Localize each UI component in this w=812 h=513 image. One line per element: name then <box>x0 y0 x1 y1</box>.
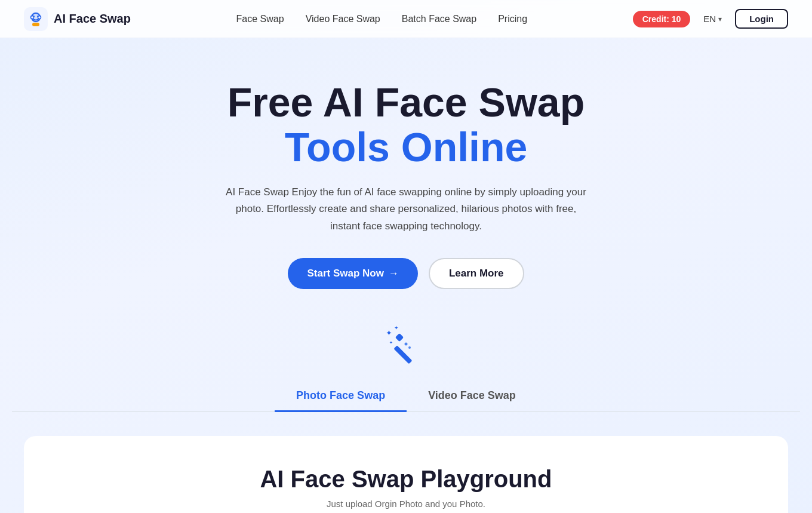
playground-title: AI Face Swap Playground <box>48 466 764 493</box>
svg-point-6 <box>31 16 34 19</box>
hero-title-line2: Tools Online <box>12 125 800 170</box>
nav-links: Face Swap Video Face Swap Batch Face Swa… <box>236 14 527 24</box>
navbar: AI Face Swap Face Swap Video Face Swap B… <box>0 0 812 38</box>
hero-section: Free AI Face Swap Tools Online AI Face S… <box>0 38 812 436</box>
tab-video-face-swap[interactable]: Video Face Swap <box>407 382 537 412</box>
svg-point-13 <box>405 343 408 346</box>
hero-title-line1: Free AI Face Swap <box>12 80 800 125</box>
tab-photo-face-swap[interactable]: Photo Face Swap <box>275 382 407 412</box>
playground-subtitle: Just upload Orgin Photo and you Photo. <box>48 499 764 509</box>
chevron-down-icon: ▾ <box>718 15 722 23</box>
svg-rect-5 <box>32 23 39 26</box>
svg-text:✦: ✦ <box>394 325 399 331</box>
tabs-area: Photo Face Swap Video Face Swap <box>12 382 800 412</box>
learn-more-label: Learn More <box>449 268 504 279</box>
nav-item-batch-face-swap[interactable]: Batch Face Swap <box>402 14 476 24</box>
magic-wand-icon: ✦ ✦ ✦ <box>385 322 427 365</box>
nav-item-video-face-swap[interactable]: Video Face Swap <box>306 14 380 24</box>
nav-item-pricing[interactable]: Pricing <box>498 14 527 24</box>
svg-text:✦: ✦ <box>389 340 393 345</box>
lang-label: EN <box>703 14 716 24</box>
hero-title: Free AI Face Swap Tools Online <box>12 80 800 170</box>
nav-item-face-swap[interactable]: Face Swap <box>236 14 284 24</box>
login-button[interactable]: Login <box>735 9 788 29</box>
playground-section: AI Face Swap Playground Just upload Orgi… <box>24 436 788 513</box>
arrow-right-icon: → <box>389 268 399 279</box>
credit-badge[interactable]: Credit: 10 <box>633 11 691 27</box>
logo-icon <box>24 7 48 31</box>
start-swap-button[interactable]: Start Swap Now → <box>288 258 417 289</box>
hero-subtitle: AI Face Swap Enjoy the fun of AI face sw… <box>221 184 591 236</box>
start-swap-label: Start Swap Now <box>307 268 383 279</box>
svg-point-14 <box>408 346 411 349</box>
hero-buttons: Start Swap Now → Learn More <box>12 258 800 289</box>
learn-more-button[interactable]: Learn More <box>429 258 524 289</box>
language-selector[interactable]: EN ▾ <box>699 11 727 26</box>
logo-text: AI Face Swap <box>54 12 131 26</box>
magic-icon-area: ✦ ✦ ✦ <box>12 322 800 365</box>
svg-rect-12 <box>395 333 404 342</box>
svg-point-7 <box>38 16 41 19</box>
svg-text:✦: ✦ <box>386 328 392 337</box>
nav-right: Credit: 10 EN ▾ Login <box>633 9 788 29</box>
logo-link[interactable]: AI Face Swap <box>24 7 131 31</box>
